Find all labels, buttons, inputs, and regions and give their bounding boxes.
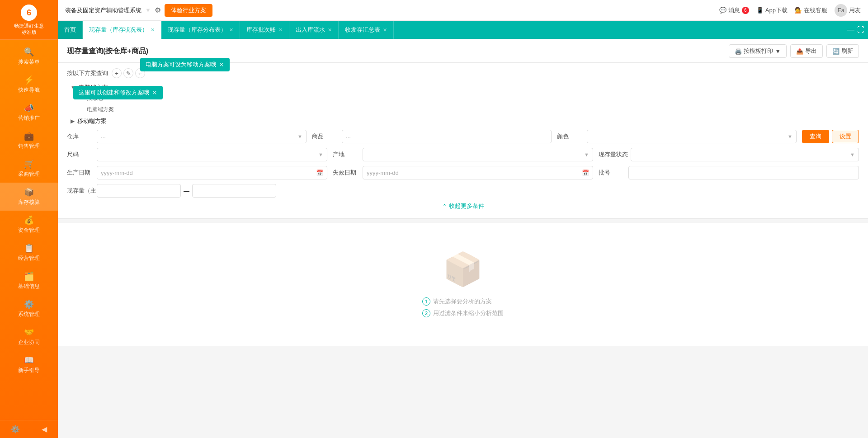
stock-qty-max-input[interactable]	[192, 184, 276, 198]
page-content: 现存量查询(按仓库+商品) 🖨️ 按模板打印 ▼ 📤 导出 🔄 刷新	[58, 39, 868, 438]
collapse-label: 收起更多条件	[449, 202, 484, 210]
sidebar: 6 畅捷通好生意 标准版 🔍 搜索菜单 ⚡ 快速导航 📣 营销推广 💼 销售管理…	[0, 0, 58, 438]
field-batch: 批号	[599, 166, 859, 179]
tooltip2-close-icon[interactable]: ✕	[152, 89, 157, 96]
logo-text: 畅捷通好生意 标准版	[14, 23, 44, 36]
sidebar-item-label: 经营管理	[18, 254, 40, 262]
query-button[interactable]: 查询	[802, 130, 829, 143]
tab-receive-summary-label: 收发存汇总表	[345, 26, 380, 34]
tab-close-icon[interactable]: ✕	[328, 27, 332, 33]
export-button[interactable]: 📤 导出	[790, 44, 823, 58]
template-print-button[interactable]: 🖨️ 按模板打印 ▼	[729, 44, 787, 58]
tab-stock-dist-label: 现存量（库存分布表）	[168, 26, 226, 34]
settings-bottom-icon[interactable]: ⚙️	[11, 425, 20, 433]
tab-minimize-icon[interactable]: —	[847, 26, 854, 34]
sidebar-item-label: 营销推广	[18, 114, 40, 122]
sidebar-item-label: 库存核算	[18, 198, 40, 206]
sidebar-item-sales[interactable]: 💼 销售管理	[0, 127, 58, 155]
sidebar-item-purchase[interactable]: 🛒 采购管理	[0, 155, 58, 183]
stock-status-select[interactable]: ▼	[631, 148, 859, 161]
range-separator: —	[184, 188, 189, 194]
field-expire-date: 失效日期 yyyy-mm-dd 📅	[333, 166, 593, 179]
tab-home[interactable]: 首页	[58, 21, 83, 39]
sidebar-item-guide[interactable]: 📖 新手引导	[0, 351, 58, 379]
stock-qty-min-input[interactable]	[97, 184, 181, 198]
sales-icon: 💼	[24, 131, 34, 141]
hint2-num: 2	[422, 309, 430, 317]
user-label: 用友	[849, 6, 861, 14]
filter-rows: 仓库 ··· ▼ 商品 ··· 颜色	[67, 130, 859, 198]
filter-label: 按以下方案查询	[67, 69, 108, 77]
sidebar-item-label: 搜索菜单	[18, 58, 40, 66]
sidebar-item-basic[interactable]: 🗂️ 基础信息	[0, 267, 58, 295]
main-content: 装备及固定资产辅助管理系统 ▼ ⚙ 体验行业方案 💬 消息 6 📱 App下载 …	[58, 0, 868, 438]
expire-date-input[interactable]: yyyy-mm-dd 📅	[363, 166, 593, 179]
batch-input[interactable]	[628, 166, 859, 179]
sidebar-item-label: 资金管理	[18, 226, 40, 234]
warehouse-select[interactable]: ··· ▼	[97, 130, 307, 143]
field-size: 尺码 ▼	[67, 148, 327, 161]
filter-row-1: 仓库 ··· ▼ 商品 ··· 颜色	[67, 130, 859, 143]
tooltip2-text: 这里可以创建和修改方案哦	[79, 89, 149, 97]
field-produce-date: 生产日期 yyyy-mm-dd 📅	[67, 166, 327, 179]
tab-close-icon[interactable]: ✕	[278, 27, 283, 33]
app-download-item[interactable]: 📱 App下载	[756, 6, 788, 14]
inventory-icon: 📦	[24, 187, 34, 197]
origin-select[interactable]: ▼	[363, 148, 593, 161]
size-label: 尺码	[67, 151, 94, 159]
tab-close-icon[interactable]: ✕	[151, 27, 155, 33]
hint2-text: 用过滤条件来缩小分析范围	[433, 307, 504, 319]
sidebar-item-marketing[interactable]: 📣 营销推广	[0, 99, 58, 127]
tab-batch-ledger[interactable]: 库存批次账 ✕	[240, 21, 289, 39]
sidebar-item-search[interactable]: 🔍 搜索菜单	[0, 42, 58, 71]
logo-icon: 6	[21, 5, 37, 21]
color-select[interactable]: ▼	[587, 130, 797, 143]
size-select[interactable]: ▼	[97, 148, 327, 161]
collapse-button[interactable]: ⌃ 收起更多条件	[67, 199, 859, 213]
sidebar-item-finance[interactable]: 💰 资金管理	[0, 211, 58, 239]
sidebar-item-operations[interactable]: 📋 经营管理	[0, 239, 58, 267]
sidebar-item-quick[interactable]: ⚡ 快速导航	[0, 71, 58, 99]
tab-stock-status[interactable]: 现存量（库存状况表） ✕	[83, 21, 161, 39]
message-label: 消息	[728, 6, 740, 14]
hint1-text: 请先选择要分析的方案	[433, 296, 492, 307]
warehouse-chevron: ▼	[297, 134, 302, 139]
tab-stock-dist[interactable]: 现存量（库存分布表） ✕	[161, 21, 240, 39]
sidebar-item-enterprise[interactable]: 🤝 企业协同	[0, 323, 58, 351]
sidebar-item-inventory[interactable]: 📦 库存核算	[0, 183, 58, 211]
page-actions: 🖨️ 按模板打印 ▼ 📤 导出 🔄 刷新	[729, 44, 859, 58]
tab-expand-icon[interactable]: ⛶	[857, 26, 864, 34]
produce-date-input[interactable]: yyyy-mm-dd 📅	[97, 166, 327, 179]
export-icon: 📤	[796, 48, 803, 55]
scheme-item-desktop[interactable]: 电脑端方案	[78, 104, 859, 115]
refresh-button[interactable]: 🔄 刷新	[826, 44, 859, 58]
sidebar-item-label: 新手引导	[18, 367, 40, 374]
scheme-item-warehouse[interactable]: 按照仓	[78, 93, 859, 104]
batch-label: 批号	[599, 169, 626, 177]
collapse-sidebar-icon[interactable]: ◀	[42, 425, 47, 433]
message-item[interactable]: 💬 消息 6	[719, 6, 749, 14]
user-item[interactable]: Ea 用友	[835, 4, 861, 17]
produce-date-placeholder: yyyy-mm-dd	[101, 170, 133, 176]
edit-scheme-button[interactable]: ✎	[123, 68, 133, 78]
chevron-down-icon: ▼	[775, 48, 781, 55]
topbar-gear-icon[interactable]: ⚙	[155, 6, 161, 14]
industry-solution-button[interactable]: 体验行业方案	[165, 4, 212, 17]
page-title: 现存量查询(按仓库+商品)	[67, 47, 148, 56]
add-scheme-button[interactable]: +	[112, 68, 122, 78]
tooltip-scheme-edit: 这里可以创建和修改方案哦 ✕	[73, 86, 163, 99]
tooltip1-close-icon[interactable]: ✕	[219, 61, 224, 68]
filter-row-4: 现存量（主） —	[67, 184, 859, 198]
warehouse-label: 仓库	[67, 132, 94, 141]
support-item[interactable]: 💁 在线客服	[795, 6, 827, 14]
tab-receive-summary[interactable]: 收发存汇总表 ✕	[339, 21, 394, 39]
tab-close-icon[interactable]: ✕	[229, 27, 233, 33]
tab-close-icon[interactable]: ✕	[383, 27, 387, 33]
setting-button[interactable]: 设置	[832, 130, 859, 143]
topbar: 装备及固定资产辅助管理系统 ▼ ⚙ 体验行业方案 💬 消息 6 📱 App下载 …	[58, 0, 868, 21]
quick-icon: ⚡	[24, 75, 34, 85]
goods-select[interactable]: ···	[342, 130, 552, 143]
color-label: 颜色	[557, 132, 584, 141]
tab-inout-flow[interactable]: 出入库流水 ✕	[289, 21, 339, 39]
sidebar-item-system[interactable]: ⚙️ 系统管理	[0, 295, 58, 323]
